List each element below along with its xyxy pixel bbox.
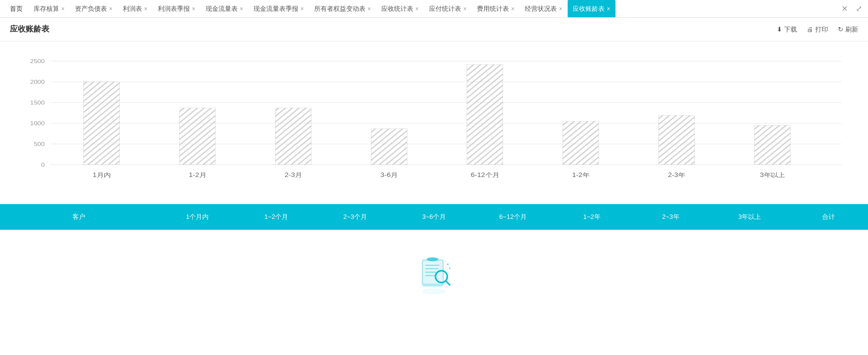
tab-equity-change-close[interactable]: × [367,5,371,12]
page-actions: ⬇ 下载 🖨 打印 ↻ 刷新 [777,25,858,34]
tab-profit-close[interactable]: × [144,5,147,12]
col-total: 合计 [789,213,868,221]
tab-ar-stats[interactable]: 应收统计表 × [376,0,424,18]
print-button[interactable]: 🖨 打印 [807,25,828,34]
svg-point-21 [422,288,446,294]
tab-expense-stats[interactable]: 费用统计表 × [472,0,520,18]
col-1-2month: 1~2个月 [237,213,316,221]
tab-equity-change[interactable]: 所有者权益变动表 × [309,0,376,18]
col-6-12month: 6~12个月 [473,213,552,221]
col-1-2year: 1~2年 [552,213,631,221]
bar-6-12月 [467,65,503,165]
tab-balance-sheet-label: 资产负债表 [75,4,107,13]
svg-text:1-2年: 1-2年 [572,172,589,178]
bar-1月内 [84,82,120,165]
svg-text:3年以上: 3年以上 [760,172,785,178]
tab-expense-stats-label: 费用统计表 [477,4,509,13]
tab-cashflow[interactable]: 现金流量表 × [201,0,249,18]
tab-ar-aging-label: 应收账龄表 [573,4,605,13]
tab-profit-quarterly-close[interactable]: × [192,5,195,12]
page-header: 应收账龄表 ⬇ 下载 🖨 打印 ↻ 刷新 [0,18,868,41]
svg-point-28 [427,257,438,261]
svg-text:1500: 1500 [30,100,45,106]
tab-ap-stats-close[interactable]: × [463,5,467,12]
svg-text:1-2月: 1-2月 [189,172,206,178]
refresh-icon: ↻ [838,26,843,33]
tab-ap-stats[interactable]: 应付统计表 × [424,0,472,18]
tab-ar-stats-close[interactable]: × [415,5,419,12]
tab-inventory[interactable]: 库存核算 × [29,0,70,18]
download-label: 下载 [784,25,797,34]
chart-container: 0 500 1000 1500 2000 2500 [15,51,853,194]
tab-bar-actions: ✕ ⤢ [839,4,864,13]
col-3-6month: 3~6个月 [395,213,473,221]
tab-bar: 首页 库存核算 × 资产负债表 × 利润表 × 利润表季报 × 现金流量表 × … [0,0,868,18]
tab-cashflow-quarterly-close[interactable]: × [300,5,304,12]
tab-cashflow-quarterly-label: 现金流量表季报 [253,4,298,13]
window-maximize-icon[interactable]: ⤢ [854,4,864,13]
svg-text:2500: 2500 [30,58,45,65]
empty-state [0,230,868,309]
tab-cashflow-quarterly[interactable]: 现金流量表季报 × [249,0,309,18]
tab-cashflow-close[interactable]: × [240,5,243,12]
print-label: 打印 [815,25,828,34]
tab-inventory-close[interactable]: × [61,5,65,12]
chart-area: 0 500 1000 1500 2000 2500 [0,41,868,204]
tab-profit-label: 利润表 [123,4,142,13]
col-2-3year: 2~3年 [631,213,710,221]
svg-text:0: 0 [41,162,45,168]
window-close-icon[interactable]: ✕ [839,4,850,13]
tab-profit-quarterly[interactable]: 利润表季报 × [153,0,201,18]
svg-text:1月内: 1月内 [93,172,110,178]
svg-point-31 [447,263,449,265]
tab-cashflow-label: 现金流量表 [206,4,238,13]
tab-operations-close[interactable]: × [559,5,562,12]
svg-point-33 [445,261,446,262]
col-1month: 1个月内 [158,213,237,221]
svg-text:2000: 2000 [30,79,45,85]
refresh-button[interactable]: ↻ 刷新 [838,25,858,34]
bar-2-3年 [658,115,694,165]
tab-balance-sheet-close[interactable]: × [109,5,112,12]
tab-profit[interactable]: 利润表 × [118,0,153,18]
tab-ap-stats-label: 应付统计表 [429,4,461,13]
table-header: 客户 1个月内 1~2个月 2~3个月 3~6个月 6~12个月 1~2年 2~… [0,204,868,230]
svg-point-32 [449,268,451,269]
tab-balance-sheet[interactable]: 资产负债表 × [70,0,118,18]
tab-operations[interactable]: 经营状况表 × [520,0,568,18]
tab-ar-aging[interactable]: 应收账龄表 × [568,0,615,18]
svg-text:6-12个月: 6-12个月 [470,172,499,178]
svg-text:1000: 1000 [30,120,45,127]
svg-text:2-3月: 2-3月 [285,172,302,178]
page-title: 应收账龄表 [10,24,49,35]
bar-3-6月 [371,129,407,165]
col-customer: 客户 [0,213,158,221]
tab-operations-label: 经营状况表 [525,4,557,13]
tab-profit-quarterly-label: 利润表季报 [158,4,190,13]
col-2-3month: 2~3个月 [316,213,395,221]
tab-home[interactable]: 首页 [4,4,29,13]
col-3year-plus: 3年以上 [710,213,789,221]
bar-3年以上 [755,125,791,165]
tab-ar-aging-close[interactable]: × [607,5,610,12]
svg-line-30 [446,281,450,285]
bar-2-3月 [275,108,311,165]
svg-text:500: 500 [34,141,44,147]
download-icon: ⬇ [777,26,782,33]
svg-text:2-3年: 2-3年 [668,172,685,178]
svg-text:3-6月: 3-6月 [380,172,398,178]
empty-state-icon [409,249,459,299]
tab-expense-stats-close[interactable]: × [511,5,514,12]
refresh-label: 刷新 [845,25,858,34]
bar-chart: 0 500 1000 1500 2000 2500 [15,51,853,194]
bar-1-2年 [563,121,599,165]
main-content: 0 500 1000 1500 2000 2500 [0,41,868,355]
download-button[interactable]: ⬇ 下载 [777,25,797,34]
tab-equity-change-label: 所有者权益变动表 [314,4,365,13]
bar-1-2月 [180,108,216,165]
tab-ar-stats-label: 应收统计表 [381,4,413,13]
print-icon: 🖨 [807,26,813,33]
tab-inventory-label: 库存核算 [34,4,59,13]
